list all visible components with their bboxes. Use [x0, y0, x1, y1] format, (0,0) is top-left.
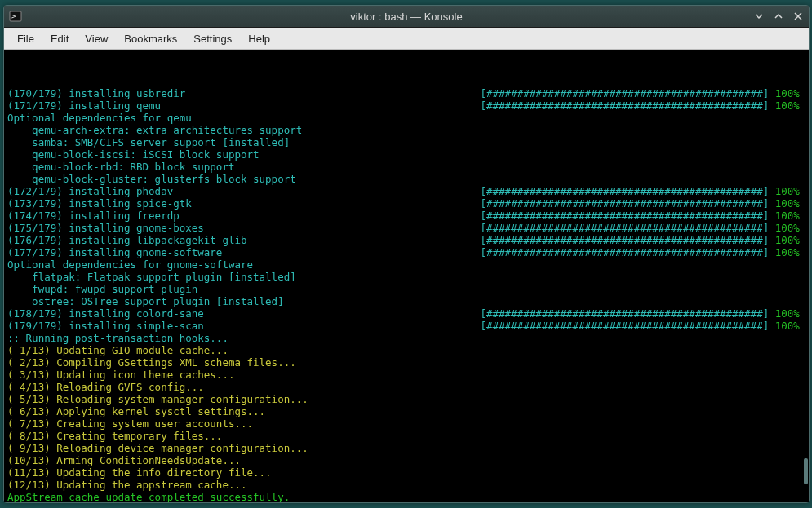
hook-line: ( 2/13) Compiling GSettings XML schema f…: [7, 356, 805, 369]
menu-file[interactable]: File: [9, 30, 42, 47]
optdep-item: qemu-block-gluster: glusterfs block supp…: [7, 173, 805, 185]
install-line: (179/179) installing simple-scan [######…: [7, 320, 805, 332]
hooks-header: :: Running post-transaction hooks...: [7, 332, 805, 344]
svg-text:>_: >_: [11, 12, 20, 20]
close-button[interactable]: [791, 9, 805, 24]
menubar: File Edit View Bookmarks Settings Help: [4, 28, 809, 50]
menu-settings[interactable]: Settings: [185, 30, 240, 47]
optdep-header: Optional dependencies for gnome-software: [7, 258, 805, 271]
minimize-button[interactable]: [752, 9, 766, 24]
konsole-window: >_ viktor : bash — Konsole File Edit Vie…: [3, 5, 810, 503]
hook-line: (11/13) Updating the info directory file…: [7, 466, 805, 479]
hook-line: ( 8/13) Creating temporary files...: [7, 430, 805, 442]
install-line: (176/179) installing libpackagekit-glib …: [7, 234, 805, 246]
optdep-item: qemu-arch-extra: extra architectures sup…: [7, 124, 805, 136]
scrollbar[interactable]: [803, 50, 808, 502]
maximize-button[interactable]: [771, 9, 786, 24]
menu-edit[interactable]: Edit: [42, 30, 77, 47]
hook-line: (10/13) Arming ConditionNeedsUpdate...: [7, 454, 805, 466]
optdep-item: qemu-block-iscsi: iSCSI block support: [7, 148, 805, 161]
scrollbar-thumb[interactable]: [804, 458, 808, 484]
install-line: (170/179) installing usbredir [#########…: [7, 87, 805, 99]
install-line: (178/179) installing colord-sane [######…: [7, 307, 805, 320]
install-line: (175/179) installing gnome-boxes [######…: [7, 222, 805, 234]
hook-line: ( 7/13) Creating system user accounts...: [7, 417, 805, 430]
hook-line: ( 1/13) Updating GIO module cache...: [7, 344, 805, 356]
install-line: (173/179) installing spice-gtk [########…: [7, 197, 805, 210]
hook-line: ( 6/13) Applying kernel sysctl settings.…: [7, 405, 805, 417]
hook-line: ( 4/13) Reloading GVFS config...: [7, 381, 805, 393]
menu-bookmarks[interactable]: Bookmarks: [116, 30, 185, 47]
install-line: (177/179) installing gnome-software [###…: [7, 246, 805, 258]
appstream-done: AppStream cache update completed success…: [7, 491, 805, 502]
window-title: viktor : bash — Konsole: [4, 11, 809, 23]
titlebar[interactable]: >_ viktor : bash — Konsole: [4, 6, 809, 28]
hook-line: (12/13) Updating the appstream cache...: [7, 479, 805, 491]
hook-line: ( 9/13) Reloading device manager configu…: [7, 442, 805, 454]
install-line: (174/179) installing freerdp [##########…: [7, 210, 805, 222]
hook-line: ( 3/13) Updating icon theme caches...: [7, 369, 805, 381]
optdep-item: fwupd: fwupd support plugin: [7, 283, 805, 295]
install-line: (171/179) installing qemu [#############…: [7, 99, 805, 112]
hook-line: ( 5/13) Reloading system manager configu…: [7, 393, 805, 405]
install-line: (172/179) installing phodav [###########…: [7, 185, 805, 197]
konsole-app-icon: >_: [9, 10, 22, 23]
optdep-item: flatpak: Flatpak support plugin [install…: [7, 271, 805, 283]
menu-view[interactable]: View: [77, 30, 116, 47]
optdep-item: samba: SMB/CIFS server support [installe…: [7, 136, 805, 148]
optdep-item: ostree: OSTree support plugin [installed…: [7, 295, 805, 307]
terminal-area[interactable]: (170/179) installing usbredir [#########…: [4, 50, 809, 502]
optdep-header: Optional dependencies for qemu: [7, 112, 805, 124]
window-controls: [752, 6, 805, 27]
optdep-item: qemu-block-rbd: RBD block support: [7, 161, 805, 173]
menu-help[interactable]: Help: [240, 30, 278, 47]
